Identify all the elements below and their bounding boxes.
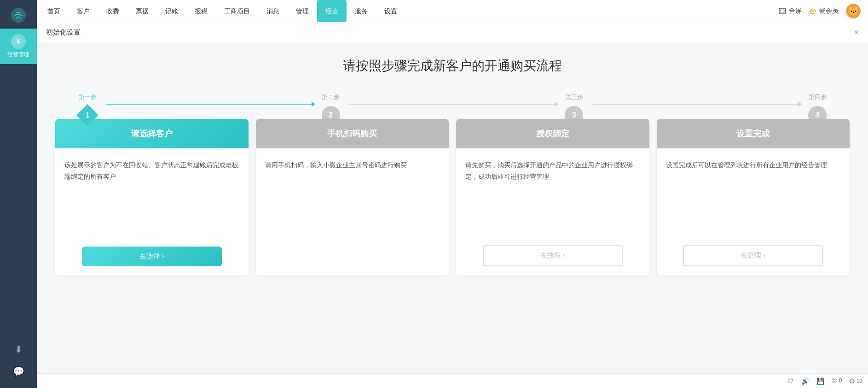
top-nav: 首页 客户 收费 票据 记账 报税 工商项目 消息 管理 经营 服务 设置 全屏…: [0, 0, 868, 22]
nav-jingying[interactable]: 经营: [317, 0, 347, 22]
card-1-footer: 去选择 ›: [55, 239, 249, 276]
status-bar-right: 🛡 🔊 💾 ⓪ 0 ⏻ 10: [787, 377, 862, 385]
chat-icon[interactable]: 💬: [9, 362, 28, 381]
card-3-footer: 去授权 ›: [456, 237, 649, 276]
nav-right: 全屏 畅会员 🐱: [779, 4, 868, 18]
close-button[interactable]: ×: [854, 28, 859, 37]
card-1-body: 该处展示的客户为不在回收站、客户状态正常建账后完成老板端绑定的所有客户: [55, 148, 249, 239]
go-select-button[interactable]: 去选择 ›: [82, 247, 222, 266]
fullscreen-btn[interactable]: 全屏: [779, 7, 802, 15]
connector-1: [106, 104, 312, 105]
go-manage-button[interactable]: 去管理 ›: [683, 245, 823, 266]
nav-client[interactable]: 客户: [69, 0, 98, 22]
main-content: 初始化设置 × 请按照步骤完成新客户的开通购买流程 第一步 1 第二步 2: [37, 22, 868, 373]
sidebar: ¥ 经营管理 ⬇ 💬: [0, 0, 37, 388]
nav-jiz hang[interactable]: 记账: [157, 0, 186, 22]
notif-count: ⓪ 0: [832, 377, 842, 385]
connector-2: [349, 104, 556, 105]
sidebar-logo: [7, 4, 30, 27]
nav-guanli[interactable]: 管理: [288, 0, 317, 22]
nav-shezhi[interactable]: 设置: [376, 0, 405, 22]
card-step4: 设置完成 设置完成后可以在管理列表进行所有企业用户的经营管理 去管理 ›: [657, 119, 850, 276]
shield-icon: 🛡: [787, 377, 794, 385]
card-4-body: 设置完成后可以在管理列表进行所有企业用户的经营管理: [657, 148, 850, 237]
card-4-footer: 去管理 ›: [657, 237, 850, 276]
card-3-title: 授权绑定: [456, 119, 649, 148]
nav-shoufei[interactable]: 收费: [98, 0, 127, 22]
nav-baoshui[interactable]: 报税: [186, 0, 216, 22]
card-2-title: 手机扫码购买: [256, 119, 449, 148]
nav-piaoju[interactable]: 票据: [127, 0, 157, 22]
vip-btn[interactable]: 畅会员: [809, 7, 839, 15]
save-icon: 💾: [816, 377, 824, 385]
nav-xiaoxi[interactable]: 消息: [258, 0, 288, 22]
svg-point-3: [812, 10, 814, 12]
page-title: 初始化设置: [46, 28, 81, 37]
step-4-label: 第四步: [809, 93, 827, 101]
jingying-icon: ¥: [11, 34, 26, 49]
card-2-footer: [256, 259, 449, 276]
connector-3: [592, 104, 799, 105]
nav-home[interactable]: 首页: [39, 0, 69, 22]
page-header: 初始化设置 ×: [37, 22, 868, 43]
card-step1: 请选择客户 该处展示的客户为不在回收站、客户状态正常建账后完成老板端绑定的所有客…: [55, 119, 249, 276]
content-area: 请按照步骤完成新客户的开通购买流程 第一步 1 第二步 2: [37, 43, 868, 289]
cards-grid: 请选择客户 该处展示的客户为不在回收站、客户状态正常建账后完成老板端绑定的所有客…: [55, 119, 850, 276]
step-2-label: 第二步: [322, 93, 340, 101]
card-3-body: 请先购买，购买后选择开通的产品中的企业用户进行授权绑定，成功后即可进行经营管理: [456, 148, 649, 237]
go-authorize-button[interactable]: 去授权 ›: [483, 245, 623, 266]
svg-point-0: [11, 8, 26, 23]
card-step3: 授权绑定 请先购买，购买后选择开通的产品中的企业用户进行授权绑定，成功后即可进行…: [456, 119, 649, 276]
flow-title: 请按照步骤完成新客户的开通购买流程: [55, 57, 850, 75]
download-icon[interactable]: ⬇: [9, 340, 28, 359]
sidebar-item-jingying[interactable]: ¥ 经营管理: [0, 29, 37, 64]
card-2-body: 请用手机扫码，输入小微企业主账号密码进行购买: [256, 148, 449, 259]
step-1-label: 第一步: [79, 93, 97, 101]
card-4-title: 设置完成: [657, 119, 850, 148]
status-bar: ▶ 完成 🛡 🔊 💾 ⓪ 0 ⏻ 10: [0, 373, 868, 388]
card-step2: 手机扫码购买 请用手机扫码，输入小微企业主账号密码进行购买: [256, 119, 449, 276]
sidebar-bottom: ⬇ 💬: [0, 340, 37, 381]
volume-icon[interactable]: 🔊: [801, 377, 809, 385]
power-icon: ⏻ 10: [849, 378, 862, 384]
sidebar-item-label: 经营管理: [7, 51, 29, 59]
svg-rect-1: [779, 8, 786, 14]
user-avatar[interactable]: 🐱: [846, 4, 861, 18]
nav-fuwu[interactable]: 服务: [347, 0, 376, 22]
step-3-label: 第三步: [565, 93, 583, 101]
nav-gongshang[interactable]: 工商项目: [216, 0, 258, 22]
